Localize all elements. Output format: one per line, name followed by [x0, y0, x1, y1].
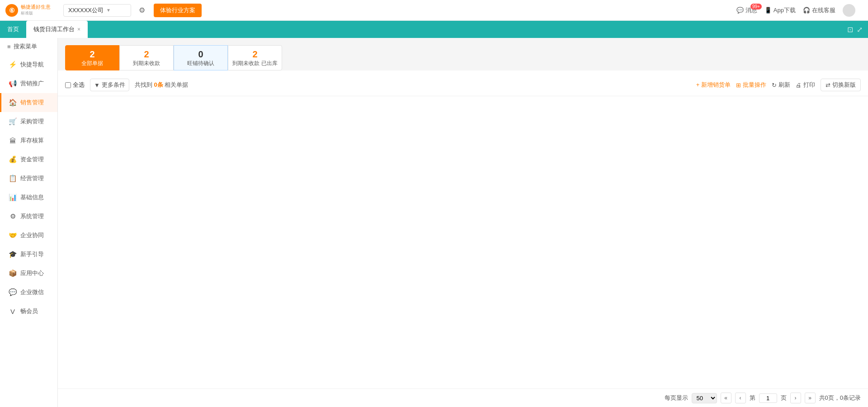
last-page-button[interactable]: » — [805, 393, 816, 403]
next-page-button[interactable]: › — [790, 393, 801, 403]
app-download-button[interactable]: 📱 App下载 — [764, 6, 796, 14]
main-layout: ≡ 搜索菜单 ⚡ 快捷导航 📢 营销推广 🏠 销售管理 🛒 采购管理 🏛 库存核… — [0, 38, 868, 407]
found-suffix: 相关单据 — [165, 81, 188, 88]
member-icon: V — [9, 308, 17, 315]
sidebar: ≡ 搜索菜单 ⚡ 快捷导航 📢 营销推广 🏠 销售管理 🛒 采购管理 🏛 库存核… — [0, 38, 58, 407]
logo-badge: 标准版 — [21, 10, 51, 16]
sidebar-capital-label: 资金管理 — [20, 155, 44, 164]
filter-tab-delivered[interactable]: 2 到期未收款 已出库 — [228, 45, 282, 70]
sidebar-item-capital[interactable]: 💰 资金管理 — [0, 150, 57, 169]
per-page-label: 每页显示 — [665, 394, 688, 402]
logo-icon: ⑥ — [5, 4, 18, 17]
sidebar-item-purchase[interactable]: 🛒 采购管理 — [0, 112, 57, 131]
filter-tabs: 2 全部单据 2 到期未收款 0 旺铺待确认 2 到期未收款 已出库 — [58, 38, 868, 70]
select-all-checkbox[interactable]: 全选 — [65, 81, 85, 89]
refresh-button[interactable]: ↻ 刷新 — [772, 81, 790, 89]
work-area: 全选 ▼ 更多条件 共找到 0条 相关单据 + 新增销货单 — [58, 70, 868, 407]
sidebar-marketing-label: 营销推广 — [20, 80, 44, 88]
prev-page-icon: ‹ — [740, 395, 741, 401]
online-service-button[interactable]: 🎧 在线客服 — [803, 6, 835, 14]
batch-label: 批量操作 — [743, 81, 766, 89]
tab-bar: 首页 钱货日清工作台 × ⊡ ⤢ — [0, 21, 868, 38]
app-center-icon: 📦 — [9, 269, 17, 277]
sidebar-basic-label: 基础信息 — [20, 193, 44, 201]
prev-page-button[interactable]: ‹ — [735, 393, 746, 403]
switch-version-button[interactable]: ⇄ 切换新版 — [821, 79, 861, 91]
refresh-label: 刷新 — [778, 81, 790, 89]
expand-icon[interactable]: ⤢ — [857, 25, 863, 34]
new-sales-button[interactable]: + 新增销货单 — [696, 81, 731, 89]
sidebar-search[interactable]: ≡ 搜索菜单 — [0, 38, 57, 55]
page-input[interactable] — [759, 393, 777, 403]
marketing-icon: 📢 — [9, 80, 17, 88]
purchase-icon: 🛒 — [9, 117, 17, 126]
header-right: 💬 消息 99+ 📱 App下载 🎧 在线客服 — [736, 4, 863, 17]
sidebar-sales-label: 销售管理 — [20, 98, 44, 107]
sidebar-item-wechat[interactable]: 💬 企业微信 — [0, 283, 57, 302]
sidebar-item-system[interactable]: ⚙ 系统管理 — [0, 207, 57, 226]
chevron-down-icon: ▼ — [106, 8, 111, 13]
sidebar-enterprise-label: 企业协同 — [20, 231, 44, 239]
company-selector[interactable]: XXXXXX公司 ▼ — [63, 4, 131, 17]
sidebar-item-member[interactable]: V 畅会员 — [0, 302, 57, 321]
switch-label: 切换新版 — [832, 81, 856, 89]
tab-home[interactable]: 首页 — [0, 21, 26, 38]
select-all-input[interactable] — [65, 82, 71, 88]
sidebar-item-sales[interactable]: 🏠 销售管理 — [0, 93, 57, 112]
sidebar-wechat-label: 企业微信 — [20, 288, 44, 296]
filter-tab-all[interactable]: 2 全部单据 — [65, 45, 119, 70]
page-label: 第 — [750, 394, 755, 402]
first-page-button[interactable]: « — [721, 393, 731, 403]
sidebar-guide-label: 新手引导 — [20, 250, 44, 258]
print-label: 打印 — [803, 81, 815, 89]
filter-tab-overdue-count: 2 — [144, 49, 149, 60]
company-name: XXXXXX公司 — [68, 6, 104, 14]
sidebar-quick-nav-label: 快捷导航 — [20, 61, 44, 69]
sidebar-item-guide[interactable]: 🎓 新手引导 — [0, 245, 57, 264]
sidebar-operation-label: 经营管理 — [20, 174, 44, 182]
sidebar-item-marketing[interactable]: 📢 营销推广 — [0, 74, 57, 93]
filter-tab-wangpu-count: 0 — [198, 49, 203, 60]
sidebar-item-operation[interactable]: 📋 经营管理 — [0, 169, 57, 188]
content-area: 2 全部单据 2 到期未收款 0 旺铺待确认 2 到期未收款 已出库 — [58, 38, 868, 407]
per-page-select[interactable]: 50 20 100 — [692, 393, 717, 403]
sidebar-item-inventory[interactable]: 🏛 库存核算 — [0, 131, 57, 150]
filter-tab-delivered-label: 到期未收款 已出库 — [232, 60, 277, 67]
close-icon[interactable]: × — [77, 26, 80, 33]
sidebar-item-enterprise[interactable]: 🤝 企业协同 — [0, 226, 57, 245]
experience-button[interactable]: 体验行业方案 — [154, 4, 202, 17]
sidebar-inventory-label: 库存核算 — [20, 136, 44, 145]
settings-button[interactable]: ⚙ — [135, 3, 149, 18]
filter-tab-all-label: 全部单据 — [81, 60, 103, 67]
work-bench-tab-label: 钱货日清工作台 — [33, 25, 75, 33]
filter-tab-all-count: 2 — [90, 49, 94, 60]
next-page-icon: › — [795, 395, 797, 401]
sidebar-item-basic[interactable]: 📊 基础信息 — [0, 188, 57, 207]
found-prefix: 共找到 — [135, 81, 152, 88]
batch-operations-button[interactable]: ⊞ 批量操作 — [736, 81, 766, 89]
filter-tab-wangpu[interactable]: 0 旺铺待确认 — [174, 45, 228, 70]
more-conditions-button[interactable]: ▼ 更多条件 — [90, 79, 129, 91]
print-button[interactable]: 🖨 打印 — [796, 81, 815, 89]
message-icon: 💬 — [736, 7, 744, 14]
sidebar-item-quick-nav[interactable]: ⚡ 快捷导航 — [0, 55, 57, 74]
switch-icon: ⇄ — [826, 82, 830, 89]
sidebar-app-center-label: 应用中心 — [20, 269, 44, 277]
avatar[interactable] — [843, 4, 855, 17]
print-icon: 🖨 — [796, 82, 802, 89]
filter-tab-overdue[interactable]: 2 到期未收款 — [119, 45, 174, 70]
tab-work-bench[interactable]: 钱货日清工作台 × — [26, 21, 88, 38]
online-service-label: 在线客服 — [812, 6, 835, 14]
table-area — [58, 96, 868, 388]
filter-tab-wangpu-label: 旺铺待确认 — [187, 60, 214, 67]
capital-icon: 💰 — [9, 155, 17, 164]
messages-button[interactable]: 💬 消息 99+ — [736, 6, 757, 14]
basic-icon: 📊 — [9, 193, 17, 201]
minimize-icon[interactable]: ⊡ — [847, 25, 853, 34]
sidebar-item-app-center[interactable]: 📦 应用中心 — [0, 264, 57, 283]
app-download-icon: 📱 — [764, 7, 772, 14]
messages-badge: 99+ — [750, 4, 762, 9]
batch-icon: ⊞ — [736, 82, 741, 89]
sales-icon: 🏠 — [9, 98, 17, 107]
service-icon: 🎧 — [803, 7, 810, 14]
